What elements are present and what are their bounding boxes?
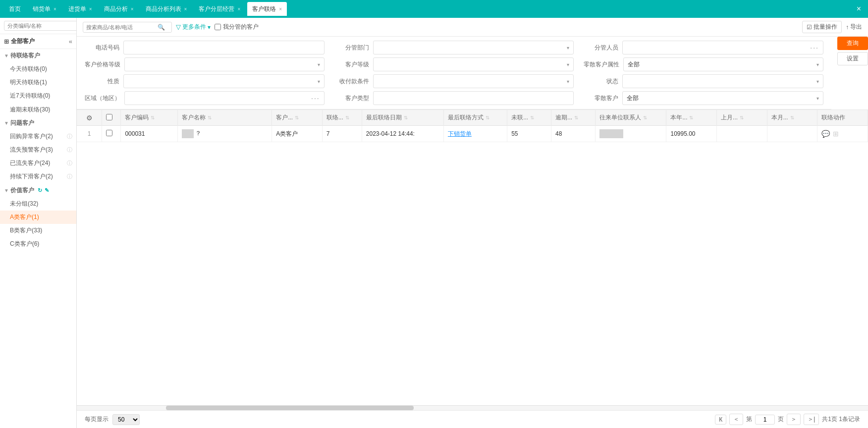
sidebar-section-value[interactable]: ▼ 价值客户 ↻ ✎: [0, 184, 76, 197]
filter-search-input[interactable]: [86, 24, 156, 30]
sidebar-item-declining[interactable]: 持续下滑客户(2) ⓘ: [0, 170, 76, 183]
batch-op-button[interactable]: ☑ 批量操作: [802, 21, 842, 33]
filter-status-input[interactable]: ▾: [622, 74, 823, 88]
filter-search-icon[interactable]: 🔍: [158, 24, 165, 31]
th-this-year[interactable]: 本年... ⇅: [666, 110, 717, 126]
nav-purchase[interactable]: 进货单 ×: [63, 2, 97, 16]
nav-purchase-close[interactable]: ×: [89, 6, 92, 12]
sidebar-item-overdue[interactable]: 逾期未联络(30): [0, 103, 76, 116]
my-customers-checkbox[interactable]: [215, 24, 221, 30]
filter-row-2: 客户价格等级 ▾ 客户等级 ▾: [85, 57, 823, 71]
nav-sales[interactable]: 销货单 ×: [28, 2, 61, 16]
filter-price-tier-input[interactable]: ▾: [124, 57, 325, 71]
sidebar-search-input[interactable]: [4, 21, 77, 31]
nav-customer-contact[interactable]: 客户联络 ×: [247, 2, 287, 16]
filter-payment-input[interactable]: ▾: [373, 74, 574, 88]
sidebar-collapse-icon[interactable]: «: [69, 38, 72, 45]
my-customers-checkbox-area[interactable]: 我分管的客户: [215, 23, 259, 31]
export-button[interactable]: ↑ 导出: [846, 23, 862, 31]
nav-sales-close[interactable]: ×: [54, 6, 56, 12]
nav-product-analysis[interactable]: 商品分析 ×: [99, 2, 139, 16]
th-name[interactable]: 客户名称 ⇅: [177, 110, 272, 126]
select-all-checkbox[interactable]: [106, 114, 112, 120]
query-button[interactable]: 查询: [837, 37, 868, 50]
sidebar-item-7days[interactable]: 近7天待联络(0): [0, 89, 76, 103]
batch-op-checkbox-icon: ☑: [807, 24, 812, 31]
sidebar-item-class-c[interactable]: C类客户(6): [0, 237, 76, 251]
th-contact-count[interactable]: 联络... ⇅: [322, 110, 362, 126]
filter-customer-type-input[interactable]: [373, 91, 574, 105]
filter-region-input[interactable]: ···: [124, 91, 325, 105]
filter-phone-input[interactable]: [123, 41, 325, 54]
filter-retail-attr-input[interactable]: 全部 ▾: [623, 57, 823, 71]
sidebar-item-tomorrow[interactable]: 明天待联络(1): [0, 76, 76, 89]
th-contact-person[interactable]: 往来单位联系人 ⇅: [595, 110, 666, 126]
filter-dept-input[interactable]: ▾: [373, 41, 574, 54]
page-size-select[interactable]: 50 100 200: [112, 414, 140, 425]
right-content: 🔍 ▽ 更多条件 ▾ 我分管的客户 ☑ 批量操作 ↑ 导出: [77, 18, 868, 428]
th-last-contact-method[interactable]: 最后联络方式 ⇅: [443, 110, 507, 126]
refresh-icon[interactable]: ↻: [38, 187, 42, 194]
more-filters-btn[interactable]: ▽ 更多条件 ▾: [176, 23, 211, 31]
th-last-month[interactable]: 上月... ⇅: [717, 110, 767, 126]
filter-search-box: 🔍: [83, 22, 172, 33]
nav-customer-segmentation[interactable]: 客户分层经营 ×: [194, 2, 245, 16]
edit-icon[interactable]: ✎: [45, 187, 49, 194]
sidebar-item-unclassified[interactable]: 未分组(32): [0, 197, 76, 211]
sidebar-item-today[interactable]: 今天待联络(0): [0, 62, 76, 76]
th-last-contact-date[interactable]: 最后联络日期 ⇅: [362, 110, 443, 126]
section-title-value: 价值客户: [10, 186, 34, 195]
filter-nature-input[interactable]: ▾: [123, 74, 325, 88]
sidebar-section-pending[interactable]: ▼ 待联络客户: [0, 49, 76, 62]
th-this-year-sort: ⇅: [689, 115, 693, 120]
th-last-month-sort: ⇅: [740, 115, 744, 120]
td-last-contact-method: 下销货单: [443, 126, 507, 142]
nav-customer-contact-close[interactable]: ×: [279, 6, 282, 12]
filter-nature-label: 性质: [85, 77, 119, 86]
filter-payment-label: 收付款条件: [334, 77, 369, 86]
th-uncontacted[interactable]: 未联... ⇅: [507, 110, 551, 126]
sidebar-item-repurchase-anomaly[interactable]: 回购异常客户(2) ⓘ: [0, 130, 76, 143]
sidebar-item-churned[interactable]: 已流失客户(24) ⓘ: [0, 157, 76, 170]
nav-home[interactable]: 首页: [4, 2, 26, 16]
nav-customer-seg-close[interactable]: ×: [237, 6, 240, 12]
qr-icon[interactable]: ⊞: [833, 130, 839, 138]
filter-customer-tier-input[interactable]: ▾: [373, 57, 574, 71]
nav-customer-contact-label: 客户联络: [252, 5, 276, 13]
settings-button[interactable]: 设置: [837, 52, 868, 65]
nav-product-list-close[interactable]: ×: [184, 6, 187, 12]
td-checkbox[interactable]: [102, 126, 121, 142]
th-last-date-sort: ⇅: [404, 115, 408, 120]
action-buttons: 查询 设置: [831, 37, 868, 109]
first-page-btn[interactable]: К: [715, 415, 726, 425]
table-gear-icon[interactable]: ⚙: [86, 114, 93, 122]
last-page-btn[interactable]: ＞|: [804, 414, 819, 425]
chat-icon[interactable]: 💬: [821, 130, 830, 138]
row-checkbox[interactable]: [106, 130, 112, 136]
sidebar-item-churn-warning[interactable]: 流失预警客户(3) ⓘ: [0, 143, 76, 157]
th-this-month-sort: ⇅: [790, 115, 794, 120]
th-uncontacted-label: 未联...: [511, 113, 528, 122]
contact-person-block: [599, 129, 623, 138]
sidebar-section-problem[interactable]: ▼ 问题客户: [0, 116, 76, 130]
last-contact-method[interactable]: 下销货单: [448, 130, 472, 137]
th-code[interactable]: 客户编码 ⇅: [121, 110, 177, 126]
nav-product-list[interactable]: 商品分析列表 ×: [141, 2, 192, 16]
th-overdue[interactable]: 逾期... ⇅: [551, 110, 596, 126]
th-contact-person-label: 往来单位联系人: [599, 113, 641, 122]
page-number-input[interactable]: [755, 415, 775, 425]
filter-person-input[interactable]: ···: [622, 41, 823, 54]
prev-page-btn[interactable]: ＜: [729, 414, 743, 425]
sidebar-item-class-a[interactable]: A类客户(1): [0, 211, 76, 224]
horizontal-scrollbar[interactable]: [77, 405, 868, 410]
filter-retail-customer: 零散客户 全部 ▾: [584, 91, 823, 105]
nav-product-analysis-close[interactable]: ×: [131, 6, 134, 12]
th-this-month[interactable]: 本月... ⇅: [767, 110, 817, 126]
filter-phone-label: 电话号码: [85, 44, 119, 52]
sidebar-item-unclassified-label: 未分组(32): [10, 199, 72, 209]
sidebar-item-class-b[interactable]: B类客户(33): [0, 224, 76, 237]
filter-retail-customer-input[interactable]: 全部 ▾: [622, 91, 823, 105]
th-type[interactable]: 客户... ⇅: [272, 110, 323, 126]
next-page-btn[interactable]: ＞: [787, 414, 801, 425]
window-close-icon[interactable]: ×: [854, 4, 864, 13]
